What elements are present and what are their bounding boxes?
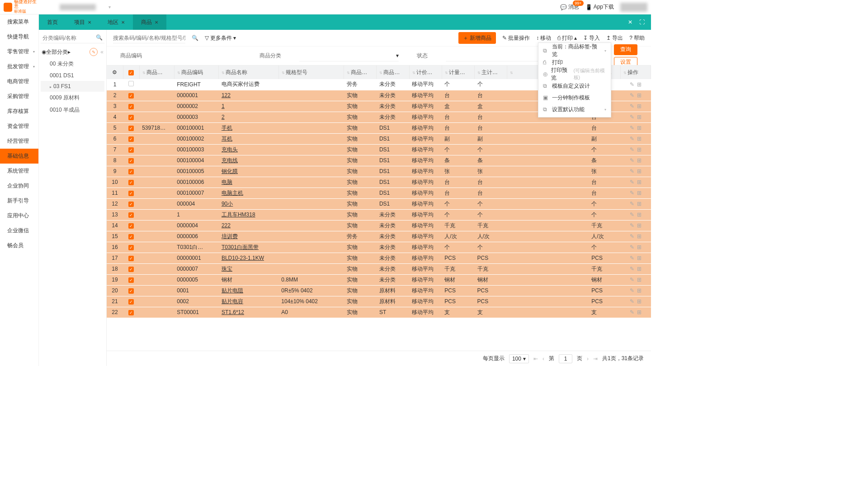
edit-icon[interactable]: ✎ xyxy=(630,125,634,131)
category-item[interactable]: 0001 DS1 xyxy=(41,70,104,81)
help-button[interactable]: ?帮助 xyxy=(629,34,645,42)
product-name-link[interactable]: 充电头 xyxy=(222,146,238,153)
filter-status-select[interactable]: ▾ xyxy=(446,51,545,61)
row-checkbox[interactable]: ✓ xyxy=(128,191,134,196)
more-icon[interactable]: ⊞ xyxy=(637,81,642,88)
category-item[interactable]: 0009 原材料 xyxy=(41,92,104,104)
product-name-link[interactable]: 1 xyxy=(222,103,225,109)
column-header[interactable]: ⚙ xyxy=(107,66,123,79)
row-checkbox[interactable]: ✓ xyxy=(128,169,134,174)
column-header[interactable]: ⇅主计… xyxy=(475,66,507,79)
category-edit-button[interactable]: ✎ xyxy=(90,48,98,56)
query-button[interactable]: 查询 xyxy=(614,44,637,55)
column-header[interactable]: ⇅商品名称 xyxy=(219,66,278,79)
sidebar-item[interactable]: 畅会员 xyxy=(0,238,38,253)
category-item[interactable]: 00 未分类 xyxy=(41,58,104,70)
more-icon[interactable]: ⊞ xyxy=(637,298,642,305)
sidebar-item[interactable]: 批发管理▾ xyxy=(0,59,38,74)
more-icon[interactable]: ⊞ xyxy=(637,114,642,120)
table-row[interactable]: 18✓0000007珠宝实物未分类移动平均千克千克千克✎⊞ xyxy=(107,263,651,274)
next-page-button[interactable]: › xyxy=(587,356,589,362)
column-header[interactable]: ⇅商品… xyxy=(377,66,409,79)
table-row[interactable]: 11✓000100007电脑主机实物DS1移动平均台台台✎⊞ xyxy=(107,188,651,198)
sidebar-item[interactable]: 企业协同 xyxy=(0,178,38,193)
table-row[interactable]: 5✓539718…000100001手机实物DS1移动平均台台台✎⊞ xyxy=(107,122,651,133)
edit-icon[interactable]: ✎ xyxy=(630,146,634,153)
row-checkbox[interactable]: ✓ xyxy=(128,147,134,153)
product-name-link[interactable]: BLD10-23-1.1KW xyxy=(222,255,264,261)
row-checkbox[interactable]: ✓ xyxy=(128,277,134,283)
more-icon[interactable]: ⊞ xyxy=(637,255,642,261)
close-icon[interactable]: ✕ xyxy=(155,20,158,25)
sidebar-item[interactable]: 基础信息 xyxy=(0,149,38,164)
column-header[interactable]: ⇅计价… xyxy=(409,66,442,79)
more-filters-button[interactable]: ▽ 更多条件 ▾ xyxy=(205,34,236,42)
product-name-link[interactable]: 90小 xyxy=(222,201,233,207)
company-selector[interactable]: ▾ xyxy=(52,2,118,12)
column-header[interactable]: ⇅计量… xyxy=(442,66,474,79)
product-name-link[interactable]: 手机 xyxy=(222,125,232,131)
product-search-input[interactable] xyxy=(113,33,185,43)
search-icon[interactable]: 🔍 xyxy=(96,34,103,41)
more-icon[interactable]: ⊞ xyxy=(637,92,642,99)
sidebar-item[interactable]: 企业微信 xyxy=(0,223,38,238)
table-row[interactable]: 14✓0000004222实物未分类移动平均千克千克千克✎⊞ xyxy=(107,220,651,231)
search-icon[interactable]: 🔍 xyxy=(192,35,198,41)
print-button[interactable]: ⎙打印▴ xyxy=(557,34,577,42)
table-row[interactable]: 19✓0000005钢材0.8MM实物未分类移动平均钢材钢材钢材✎⊞ xyxy=(107,274,651,285)
user-avatar-blurred[interactable] xyxy=(620,3,647,12)
row-checkbox[interactable]: ✓ xyxy=(128,234,134,239)
row-checkbox[interactable]: ✓ xyxy=(128,180,134,185)
tab[interactable]: 商品✕ xyxy=(133,14,166,30)
category-all[interactable]: ◉ 全部分类 ▸ ✎ « xyxy=(41,46,104,58)
edit-icon[interactable]: ✎ xyxy=(630,298,634,305)
table-row[interactable]: 20✓0001贴片电阻0R±5% 0402实物原材料移动平均PCSPCSPCS✎… xyxy=(107,285,651,296)
row-checkbox[interactable]: ✓ xyxy=(128,202,134,207)
table-row[interactable]: 10✓000100006电脑实物DS1移动平均台台台✎⊞ xyxy=(107,177,651,188)
sidebar-item[interactable]: 零售管理▾ xyxy=(0,44,38,59)
last-page-button[interactable]: ⇥ xyxy=(593,356,598,362)
tab[interactable]: 项目✕ xyxy=(66,14,99,30)
edit-icon[interactable]: ✎ xyxy=(630,103,634,109)
row-checkbox[interactable]: ✓ xyxy=(128,299,134,305)
product-name-link[interactable]: 耳机 xyxy=(222,136,232,142)
product-name-link[interactable]: ST1.6*12 xyxy=(222,309,244,315)
edit-icon[interactable]: ✎ xyxy=(630,81,634,88)
dropdown-item[interactable]: ⧉模板自定义设计 xyxy=(538,80,611,92)
more-icon[interactable]: ⊞ xyxy=(637,157,642,164)
edit-icon[interactable]: ✎ xyxy=(630,244,634,250)
row-checkbox[interactable]: ✓ xyxy=(128,212,134,218)
page-number-input[interactable] xyxy=(559,354,572,363)
add-product-button[interactable]: ＋ 新增商品 xyxy=(458,32,496,44)
edit-icon[interactable]: ✎ xyxy=(630,201,634,207)
more-icon[interactable]: ⊞ xyxy=(637,309,642,315)
row-checkbox[interactable]: ✓ xyxy=(128,104,134,109)
product-name-link[interactable]: 充电线 xyxy=(222,157,238,164)
tab-close-button[interactable]: ✕ xyxy=(626,18,635,27)
sidebar-item[interactable]: 采购管理 xyxy=(0,89,38,104)
table-row[interactable]: 22✓ST00001ST1.6*12A0实物ST移动平均支支支✎⊞ xyxy=(107,307,651,318)
row-checkbox[interactable]: ✓ xyxy=(128,93,134,99)
tab-expand-button[interactable]: ⛶ xyxy=(637,18,646,27)
more-icon[interactable]: ⊞ xyxy=(637,287,642,294)
edit-icon[interactable]: ✎ xyxy=(630,222,634,229)
row-checkbox[interactable]: ✓ xyxy=(128,288,134,294)
column-header[interactable]: ✓ xyxy=(123,66,139,79)
table-row[interactable]: 12✓00000490小实物DS1移动平均个个个✎⊞ xyxy=(107,198,651,209)
category-item[interactable]: ▸03 FS1 xyxy=(41,81,104,92)
table-row[interactable]: 16✓T0301白…T0301白面黑带实物未分类移动平均个个个✎⊞ xyxy=(107,242,651,253)
edit-icon[interactable]: ✎ xyxy=(630,114,634,120)
tab[interactable]: 首页 xyxy=(39,14,66,30)
import-button[interactable]: ↧导入 xyxy=(583,34,600,42)
column-header[interactable]: ⇅商品… xyxy=(139,66,174,79)
app-download-button[interactable]: 📱 App下载 xyxy=(585,3,614,11)
row-checkbox[interactable]: ✓ xyxy=(128,310,134,315)
edit-icon[interactable]: ✎ xyxy=(630,168,634,174)
product-name-link[interactable]: 钢化膜 xyxy=(222,168,238,174)
more-icon[interactable]: ⊞ xyxy=(637,244,642,250)
more-icon[interactable]: ⊞ xyxy=(637,179,642,185)
edit-icon[interactable]: ✎ xyxy=(630,179,634,185)
more-icon[interactable]: ⊞ xyxy=(637,146,642,153)
product-name-link[interactable]: 工具车HM318 xyxy=(222,211,255,218)
column-header[interactable]: ⇅操作 xyxy=(620,66,651,79)
